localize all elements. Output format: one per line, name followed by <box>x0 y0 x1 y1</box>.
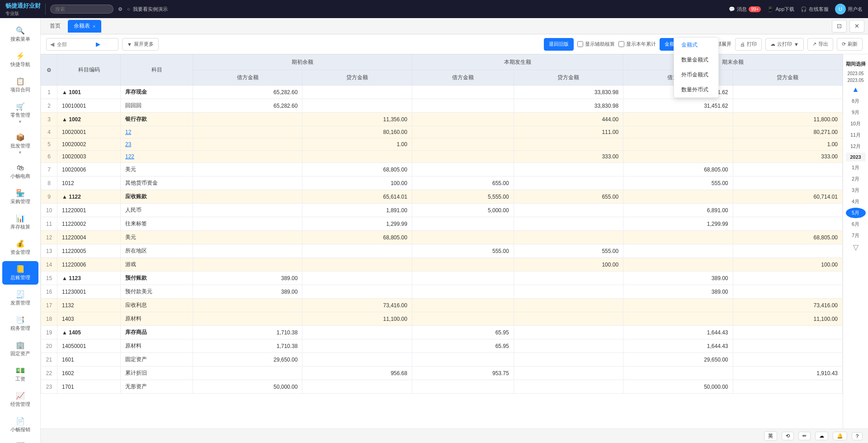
table-row[interactable]: 1211220004美元68,805.0068,805.00 <box>41 231 843 244</box>
recycle-btn[interactable]: ⟲ <box>782 432 794 440</box>
cloud-btn[interactable]: ☁ <box>815 432 828 440</box>
month-9[interactable]: 9月 <box>846 107 866 118</box>
month-3[interactable]: 3月 <box>846 185 866 195</box>
export-btn[interactable]: ↗ 导出 <box>807 38 833 51</box>
next-period-btn[interactable]: ▽ <box>853 243 859 252</box>
sidebar-item-tax[interactable]: 📑 税务管理 <box>2 312 38 335</box>
table-row[interactable]: 221602累计折旧956.68953.751,910.43 <box>41 367 843 380</box>
month-12[interactable]: 12月 <box>846 141 866 152</box>
demo-link[interactable]: ○ 我要看实例演示 <box>127 6 168 13</box>
show-assistant-checkbox[interactable] <box>577 41 583 47</box>
subject-search-input[interactable] <box>57 42 93 47</box>
prev-period-btn[interactable]: ▲ <box>852 86 859 94</box>
table-row[interactable]: 181403原材料11,100.0011,100.00 <box>41 312 843 326</box>
user-avatar[interactable]: U 用户名 <box>835 4 863 14</box>
sidebar-item-capital[interactable]: 💰 资金管理 <box>2 236 38 259</box>
message-btn[interactable]: 💬 消息 99+ <box>729 6 761 13</box>
tab-balance[interactable]: 余额表 × <box>68 20 101 33</box>
pd-debit <box>412 217 514 231</box>
month-6[interactable]: 6月 <box>846 219 866 229</box>
sidebar-item-operations[interactable]: 📈 经营管理 <box>2 388 38 411</box>
table-row[interactable]: 231701无形资产50,000.0050,000.00 <box>41 380 843 394</box>
dropdown-item-amount[interactable]: 金额式 <box>674 38 718 52</box>
sidebar-item-accounting[interactable]: 📒 总账管理 <box>2 261 38 285</box>
table-row[interactable]: 2014050001原材料1,710.3865.951,644.43 <box>41 339 843 353</box>
expand-more-btn[interactable]: ▼ 展开更多 <box>122 38 159 51</box>
right-panel: 期间选择 2023.05 2023.05 ▲ 8月 9月 10月 11月 12月… <box>843 54 868 429</box>
sidebar-item-invoice[interactable]: 🧾 发票管理 <box>2 286 38 310</box>
dropdown-item-fx-amount[interactable]: 外币金额式 <box>674 67 718 82</box>
sidebar-item-shortcut[interactable]: ⚡ 快捷导航 <box>2 48 38 71</box>
table-row[interactable]: 1111220002往来标签1,299.991,299.99 <box>41 217 843 231</box>
table-row[interactable]: 1411220006游戏100.00100.00 <box>41 258 843 272</box>
show-ytd-label[interactable]: 显示本年累计 <box>618 41 656 48</box>
cb-credit <box>733 99 842 113</box>
tab-home[interactable]: 首页 <box>44 20 66 33</box>
tab-restore-btn[interactable]: ⊡ <box>832 20 847 33</box>
dropdown-item-qty-fx[interactable]: 数量外币式 <box>674 82 718 97</box>
month-10[interactable]: 10月 <box>846 119 866 129</box>
month-5[interactable]: 5月 <box>846 208 866 218</box>
table-row[interactable]: 15▲ 1123预付账款389.00389.00 <box>41 272 843 285</box>
table-row[interactable]: 710020006美元68,805.0068,805.00 <box>41 163 843 176</box>
show-ytd-checkbox[interactable] <box>618 41 624 47</box>
notify-btn[interactable]: 🔔 <box>833 432 847 440</box>
show-assistant-label[interactable]: 显示辅助核算 <box>577 41 615 48</box>
ob-credit: 68,805.00 <box>302 231 412 244</box>
search-area[interactable]: ◀ ▶ <box>46 38 118 51</box>
table-row[interactable]: 211601固定资产29,650.0029,650.00 <box>41 353 843 367</box>
subject-link[interactable]: 122 <box>125 153 134 160</box>
table-row[interactable]: 3▲ 1002银行存款11,356.00444.0011,800.00 <box>41 113 843 126</box>
sidebar-item-inventory[interactable]: 📊 库存核算 <box>2 210 38 234</box>
sidebar-item-salary[interactable]: 💵 工资 <box>2 362 38 386</box>
month-2[interactable]: 2月 <box>846 174 866 184</box>
gear-icon[interactable]: ⚙ <box>118 6 123 12</box>
tab-close-btn[interactable]: × <box>93 24 95 29</box>
table-row[interactable]: 1611230001预付款美元389.00389.00 <box>41 285 843 299</box>
month-1[interactable]: 1月 <box>846 162 866 173</box>
app-download-btn[interactable]: 📱 App下载 <box>767 6 794 13</box>
dropdown-item-qty-amount[interactable]: 数量金额式 <box>674 52 718 67</box>
search-input[interactable] <box>50 5 113 14</box>
sidebar-item-search[interactable]: 🔍 搜索菜单 <box>2 23 38 46</box>
sidebar-item-report[interactable]: 📄 小畅报销 <box>2 413 38 437</box>
month-11[interactable]: 11月 <box>846 130 866 140</box>
table-row[interactable]: 210010001回回回65,282.6033,830.9831,451.62 <box>41 99 843 113</box>
row-code: 11220004 <box>57 231 121 244</box>
ob-credit: 1.00 <box>302 138 412 151</box>
sidebar-item-basic[interactable]: ℹ️ 基础信息 <box>2 438 38 443</box>
settings-col-header[interactable]: ⚙ <box>41 55 57 86</box>
month-8[interactable]: 8月 <box>846 96 866 106</box>
refresh-btn[interactable]: ⟳ 刷新 <box>837 38 863 51</box>
subject-link[interactable]: 12 <box>125 129 131 135</box>
back-old-btn[interactable]: 退回旧版 <box>544 38 574 51</box>
lang-btn[interactable]: 英 <box>764 431 777 441</box>
subject-link[interactable]: 23 <box>125 141 131 148</box>
month-4[interactable]: 4月 <box>846 196 866 207</box>
table-row[interactable]: 1011220001人民币1,891.005,000.006,891.00 <box>41 204 843 217</box>
tab-close-all-btn[interactable]: ✕ <box>849 20 864 33</box>
table-row[interactable]: 1▲ 1001库存现金65,282.6033,830.9831,451.62 <box>41 86 843 99</box>
sidebar-item-purchase[interactable]: 🏪 采购管理 <box>2 185 38 209</box>
table-row[interactable]: 510020002231.001.00 <box>41 138 843 151</box>
row-num: 14 <box>41 258 57 272</box>
table-row[interactable]: 610020003122333.00333.00 <box>41 151 843 163</box>
sidebar-item-wholesale[interactable]: 📦 批发管理 ▼ <box>2 129 38 158</box>
table-row[interactable]: 9▲ 1122应收账款65,614.015,555.00655.0060,714… <box>41 190 843 204</box>
help-btn[interactable]: ? <box>852 432 863 440</box>
ob-credit <box>302 244 412 258</box>
table-row[interactable]: 81012其他货币资金100.00655.00555.00 <box>41 176 843 190</box>
cloud-print-btn[interactable]: ☁ 云打印 ▼ <box>765 38 804 51</box>
table-row[interactable]: 19▲ 1405库存商品1,710.3865.951,644.43 <box>41 326 843 339</box>
table-row[interactable]: 1311220005所在地区555.00555.00 <box>41 244 843 258</box>
sidebar-item-retail[interactable]: 🛒 零售管理 ▼ <box>2 99 38 128</box>
online-service-btn[interactable]: 🎧 在线客服 <box>801 6 829 13</box>
table-row[interactable]: 171132应收利息73,416.0073,416.00 <box>41 299 843 312</box>
month-7[interactable]: 7月 <box>846 230 866 241</box>
print-btn[interactable]: 🖨 打印 <box>735 38 762 51</box>
edit-btn[interactable]: ✏ <box>798 432 811 440</box>
table-row[interactable]: 4100200011280,160.00111.0080,271.00 <box>41 126 843 138</box>
sidebar-item-ecommerce[interactable]: 🛍 小畅电商 <box>2 160 38 183</box>
sidebar-item-project[interactable]: 📋 项目合同 <box>2 73 38 97</box>
sidebar-item-assets[interactable]: 🏢 固定资产 <box>2 337 38 361</box>
